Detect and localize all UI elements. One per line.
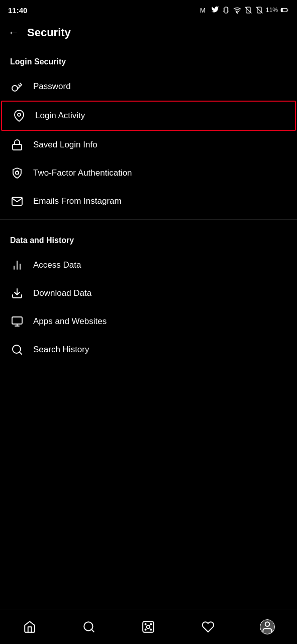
- search-icon: [10, 343, 24, 357]
- apps-websites-item[interactable]: Apps and Websites: [0, 307, 297, 336]
- no-sim-icon: [244, 6, 253, 15]
- two-factor-item[interactable]: Two-Factor Authentication: [0, 159, 297, 187]
- header: ← Security: [0, 20, 297, 45]
- profile-avatar: [260, 619, 275, 634]
- status-bar: 11:40 M: [0, 0, 297, 20]
- nav-activity[interactable]: [195, 614, 221, 639]
- twitter-icon: [211, 6, 220, 15]
- access-data-item[interactable]: Access Data: [0, 251, 297, 279]
- svg-point-26: [151, 623, 152, 624]
- svg-point-25: [145, 623, 146, 624]
- download-data-item[interactable]: Download Data: [0, 279, 297, 307]
- search-history-item[interactable]: Search History: [0, 336, 297, 364]
- no-signal-icon: [255, 6, 264, 15]
- gmail-icon: M: [200, 6, 209, 15]
- svg-rect-16: [12, 317, 22, 324]
- battery-icon: [280, 6, 289, 15]
- home-icon: [23, 620, 36, 633]
- svg-point-24: [147, 625, 150, 628]
- section-divider: [0, 219, 297, 220]
- page-title: Security: [27, 26, 71, 39]
- access-data-label: Access Data: [33, 260, 81, 270]
- nav-search[interactable]: [76, 614, 102, 639]
- wifi-icon: [233, 6, 242, 15]
- shield-icon: [10, 166, 24, 180]
- bottom-nav: [0, 609, 297, 644]
- svg-rect-10: [13, 144, 22, 150]
- data-history-section-label: Data and History: [0, 224, 297, 251]
- chart-icon: [10, 258, 24, 272]
- back-button[interactable]: ←: [8, 26, 19, 39]
- lock-icon: [10, 138, 24, 152]
- battery-level: 11%: [266, 7, 278, 14]
- status-icons: M: [200, 6, 289, 15]
- nav-reels[interactable]: [136, 614, 161, 639]
- svg-point-8: [12, 86, 18, 91]
- download-data-label: Download Data: [33, 288, 91, 298]
- login-activity-label: Login Activity: [35, 111, 85, 121]
- svg-rect-1: [225, 7, 228, 13]
- svg-point-27: [145, 629, 146, 630]
- nav-home[interactable]: [17, 614, 42, 639]
- svg-rect-23: [143, 621, 154, 632]
- apps-websites-label: Apps and Websites: [33, 316, 107, 327]
- status-time: 11:40: [8, 6, 27, 15]
- password-label: Password: [33, 82, 71, 92]
- svg-line-22: [91, 629, 94, 632]
- emails-item[interactable]: Emails From Instagram: [0, 187, 297, 215]
- location-icon: [12, 109, 26, 123]
- vibrate-icon: [222, 6, 231, 15]
- key-icon: [10, 79, 24, 94]
- login-activity-item[interactable]: Login Activity: [1, 101, 296, 131]
- download-icon: [10, 286, 24, 300]
- emails-label: Emails From Instagram: [33, 196, 122, 206]
- two-factor-label: Two-Factor Authentication: [33, 168, 132, 178]
- reels-icon: [142, 620, 155, 633]
- password-item[interactable]: Password: [0, 72, 297, 101]
- svg-rect-7: [281, 9, 282, 11]
- svg-point-29: [265, 622, 270, 626]
- svg-point-28: [151, 629, 152, 630]
- nav-profile[interactable]: [255, 614, 280, 639]
- saved-login-info-item[interactable]: Saved Login Info: [0, 131, 297, 159]
- apps-icon: [10, 314, 24, 329]
- email-icon: [10, 194, 24, 208]
- saved-login-info-label: Saved Login Info: [33, 140, 97, 150]
- search-nav-icon: [82, 620, 95, 633]
- svg-line-20: [20, 352, 22, 354]
- search-history-label: Search History: [33, 345, 89, 355]
- svg-text:M: M: [200, 7, 206, 14]
- login-security-section-label: Login Security: [0, 45, 297, 72]
- svg-point-9: [18, 113, 21, 116]
- heart-icon: [202, 620, 215, 633]
